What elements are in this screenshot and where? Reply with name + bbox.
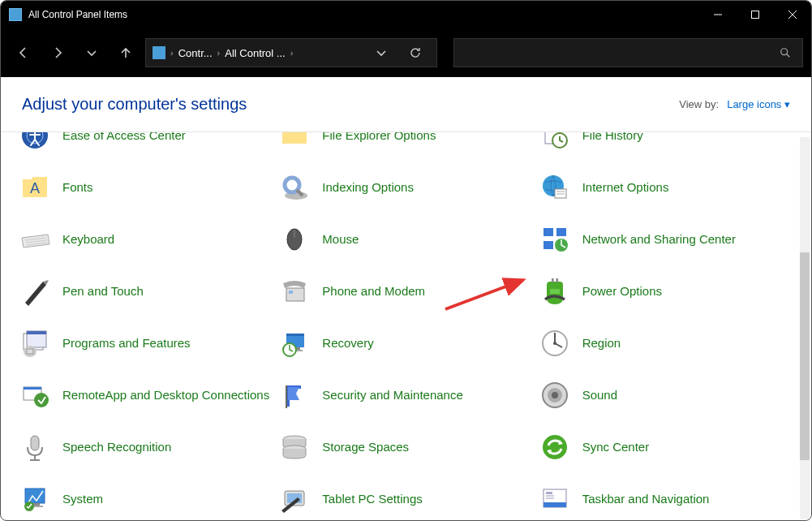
svg-point-55 <box>552 392 558 398</box>
svg-point-61 <box>543 435 567 459</box>
svg-rect-72 <box>546 497 554 499</box>
scrollbar[interactable] <box>800 137 810 519</box>
control-panel-icon <box>9 8 22 21</box>
mouse-icon <box>278 223 311 256</box>
breadcrumb-seg1[interactable]: Contr... <box>178 47 213 59</box>
item-pen[interactable]: Pen and Touch <box>19 275 272 308</box>
network-icon <box>539 223 571 256</box>
programs-icon <box>19 327 51 360</box>
item-recovery[interactable]: Recovery <box>278 327 531 360</box>
item-label: Taskbar and Navigation <box>582 492 710 507</box>
item-label: Ease of Access Center <box>62 132 186 143</box>
search-input[interactable] <box>453 38 803 67</box>
svg-line-5 <box>787 54 790 58</box>
storage-icon <box>278 431 311 463</box>
svg-rect-33 <box>289 291 293 294</box>
breadcrumb-seg2[interactable]: All Control ... <box>225 47 285 59</box>
toolbar: › Contr... › All Control ... › <box>1 28 811 77</box>
filehist-icon <box>539 132 571 152</box>
svg-rect-30 <box>543 241 553 249</box>
system-icon <box>19 483 51 515</box>
header: Adjust your computer's settings View by:… <box>1 77 811 132</box>
recent-dropdown[interactable] <box>77 38 106 67</box>
titlebar: All Control Panel Items <box>1 1 811 28</box>
chevron-down-icon: ▾ <box>784 98 790 110</box>
power-icon <box>539 275 571 308</box>
up-button[interactable] <box>111 38 140 67</box>
ease-icon <box>19 132 51 152</box>
item-taskbar[interactable]: Taskbar and Navigation <box>539 483 792 515</box>
window-title: All Control Panel Items <box>28 9 699 20</box>
forward-button[interactable] <box>43 38 72 67</box>
item-label: Security and Maintenance <box>322 388 462 403</box>
svg-rect-1 <box>752 11 759 19</box>
item-keyboard[interactable]: Keyboard <box>19 223 272 256</box>
control-panel-icon <box>153 46 165 59</box>
item-phone[interactable]: Phone and Modem <box>278 275 531 308</box>
item-label: Internet Options <box>582 180 669 196</box>
item-sync[interactable]: Sync Center <box>539 431 792 463</box>
item-network[interactable]: Network and Sharing Center <box>539 223 792 256</box>
svg-rect-9 <box>282 132 307 144</box>
maximize-button[interactable] <box>737 1 774 28</box>
item-indexing[interactable]: Indexing Options <box>278 171 531 204</box>
svg-rect-43 <box>286 334 304 336</box>
item-storage[interactable]: Storage Spaces <box>278 431 531 463</box>
svg-rect-50 <box>24 387 41 390</box>
minimize-button[interactable] <box>699 1 737 28</box>
tablet-icon <box>278 483 311 515</box>
svg-rect-28 <box>543 228 553 236</box>
item-label: Speech Recognition <box>62 440 171 455</box>
address-bar[interactable]: › Contr... › All Control ... › <box>145 38 437 67</box>
item-label: Phone and Modem <box>322 284 425 299</box>
item-label: Pen and Touch <box>62 284 144 299</box>
refresh-button[interactable] <box>401 38 430 67</box>
item-filehist[interactable]: File History <box>539 132 792 152</box>
svg-rect-56 <box>31 436 39 450</box>
item-system[interactable]: System <box>19 483 272 515</box>
search-icon <box>780 47 791 58</box>
item-speech[interactable]: Speech Recognition <box>19 431 272 463</box>
item-label: Keyboard <box>62 232 114 248</box>
svg-rect-71 <box>546 495 554 497</box>
view-by-dropdown[interactable]: Large icons ▾ <box>727 98 790 110</box>
recovery-icon <box>278 327 311 360</box>
item-label: Fonts <box>62 180 93 196</box>
svg-rect-62 <box>25 489 45 503</box>
folder-icon <box>278 132 311 152</box>
sound-icon <box>539 379 571 411</box>
item-sound[interactable]: Sound <box>539 379 792 411</box>
item-security[interactable]: Security and Maintenance <box>278 379 531 411</box>
item-programs[interactable]: Programs and Features <box>19 327 272 360</box>
back-button[interactable] <box>9 38 38 67</box>
chevron-right-icon: › <box>170 48 174 58</box>
item-region[interactable]: Region <box>539 327 792 360</box>
svg-rect-36 <box>550 289 560 294</box>
svg-rect-39 <box>27 331 46 334</box>
sync-icon <box>539 431 571 463</box>
pen-icon <box>19 275 51 308</box>
security-icon <box>278 379 311 411</box>
svg-rect-35 <box>556 278 558 282</box>
address-dropdown[interactable] <box>367 38 396 67</box>
svg-rect-32 <box>286 288 304 301</box>
item-ease[interactable]: Ease of Access Center <box>19 132 272 152</box>
page-title: Adjust your computer's settings <box>22 95 247 114</box>
scrollbar-thumb[interactable] <box>800 252 810 460</box>
item-folder[interactable]: File Explorer Options <box>278 132 531 152</box>
chevron-right-icon: › <box>217 48 221 58</box>
content-area: Ease of Access CenterFile Explorer Optio… <box>1 132 811 520</box>
close-button[interactable] <box>774 1 811 28</box>
region-icon <box>539 327 571 360</box>
item-label: Region <box>582 336 621 351</box>
item-label: Storage Spaces <box>322 440 409 455</box>
item-remote[interactable]: RemoteApp and Desktop Connections <box>19 379 272 411</box>
fonts-icon: A <box>19 171 51 204</box>
item-label: RemoteApp and Desktop Connections <box>62 388 269 403</box>
item-fonts[interactable]: AFonts <box>19 171 272 204</box>
item-internet[interactable]: Internet Options <box>539 171 792 204</box>
item-power[interactable]: Power Options <box>539 275 792 308</box>
phone-icon <box>278 275 311 308</box>
item-tablet[interactable]: Tablet PC Settings <box>278 483 531 515</box>
item-mouse[interactable]: Mouse <box>278 223 531 256</box>
